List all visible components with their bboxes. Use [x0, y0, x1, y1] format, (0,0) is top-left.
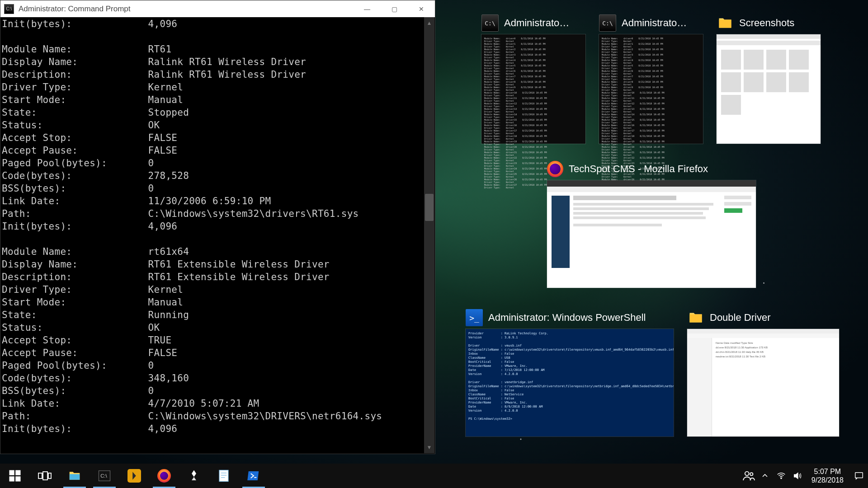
taskview-preview: Provider : RaLink Technology Corp. Versi… [466, 329, 674, 436]
taskview-preview: Name Date modified Type Sizedd.exe 8/21/… [687, 329, 839, 436]
cmd-titlebar[interactable]: C:\ Administrator: Command Prompt — ▢ ✕ [0, 0, 435, 17]
cmd-icon: C:\ [481, 14, 499, 32]
taskview-title: TechSpot CMS - Mozilla Firefox [569, 163, 708, 175]
taskview-preview [717, 34, 821, 144]
svg-point-14 [745, 472, 749, 476]
cmd-window[interactable]: C:\ Administrator: Command Prompt — ▢ ✕ … [0, 0, 435, 454]
taskbar-powershell[interactable] [239, 464, 269, 488]
taskview-thumb-double-driver[interactable]: Double DriverName Date modified Type Siz… [687, 308, 839, 436]
svg-rect-0 [9, 470, 14, 475]
taskview-preview: Module Name: driver0 8/21/2018 10:45 PM … [599, 34, 703, 144]
folder-icon [687, 309, 704, 326]
scroll-track[interactable] [424, 29, 434, 441]
taskview-thumb-administrato[interactable]: C:\Administrato…Module Name: driver0 8/2… [481, 14, 585, 144]
svg-rect-17 [855, 473, 863, 478]
taskview-thumb-administrator-windows-powershell[interactable]: >_Administrator: Windows PowerShellProvi… [466, 308, 674, 436]
wifi-icon[interactable] [774, 464, 789, 488]
taskbar-cmd[interactable]: C:\ [90, 464, 119, 488]
taskview-title: Administrator: Windows PowerShell [488, 312, 646, 324]
svg-rect-10 [219, 470, 228, 482]
taskview-title: Screenshots [739, 17, 794, 29]
svg-point-16 [781, 478, 782, 479]
svg-rect-5 [43, 472, 47, 480]
scroll-thumb[interactable] [425, 194, 434, 221]
svg-rect-3 [15, 476, 20, 481]
taskview-title: Administrato… [622, 17, 687, 29]
scroll-up-arrow[interactable]: ▲ [427, 17, 432, 29]
cmd-icon: C:\ [599, 14, 616, 32]
taskbar[interactable]: C:\ 5:07 PM 9/28/2018 [0, 464, 868, 488]
taskview-title: Administrato… [504, 17, 569, 29]
folder-icon [717, 14, 734, 32]
taskview-thumb-screenshots[interactable]: Screenshots [717, 14, 821, 144]
taskview-thumb-techspot-cms-mozilla-firefox[interactable]: TechSpot CMS - Mozilla Firefox [547, 160, 756, 288]
action-center-icon[interactable] [850, 464, 868, 488]
taskbar-file-explorer[interactable] [60, 464, 90, 488]
ps-icon: >_ [466, 309, 483, 326]
taskbar-task-view[interactable] [30, 464, 60, 488]
maximize-button[interactable]: ▢ [381, 0, 408, 17]
clock-time: 5:07 PM [811, 467, 844, 476]
taskbar-clock[interactable]: 5:07 PM 9/28/2018 [806, 467, 849, 484]
taskbar-start[interactable] [0, 464, 30, 488]
svg-point-15 [750, 473, 753, 475]
cmd-title: Administrator: Command Prompt [19, 5, 354, 14]
svg-rect-4 [38, 473, 42, 479]
taskbar-plex[interactable] [119, 464, 149, 488]
people-icon[interactable] [741, 464, 756, 488]
taskview-title: Double Driver [710, 312, 771, 324]
taskview-thumb-administrato[interactable]: C:\Administrato…Module Name: driver0 8/2… [599, 14, 703, 144]
svg-rect-2 [9, 476, 14, 481]
volume-icon[interactable] [790, 464, 805, 488]
clock-date: 9/28/2018 [811, 476, 844, 484]
taskview-preview: Module Name: driver0 8/21/2018 10:45 PM … [481, 34, 585, 144]
firefox-icon [547, 161, 563, 177]
cmd-scrollbar[interactable]: ▲ ▼ [424, 17, 434, 453]
minimize-button[interactable]: — [354, 0, 381, 17]
taskview-preview [547, 180, 756, 288]
svg-rect-1 [15, 470, 20, 475]
svg-rect-6 [48, 473, 51, 479]
taskbar-notepad[interactable] [209, 464, 239, 488]
cmd-output[interactable]: Init(bytes): 4,096 Module Name: RT61 Dis… [1, 17, 424, 453]
scroll-down-arrow[interactable]: ▼ [427, 441, 432, 453]
chevron-up-icon[interactable] [757, 464, 773, 488]
close-button[interactable]: ✕ [408, 0, 435, 17]
taskbar-app-generic[interactable] [179, 464, 209, 488]
taskbar-firefox[interactable] [149, 464, 179, 488]
svg-text:C:\: C:\ [100, 473, 107, 479]
cmd-icon: C:\ [4, 4, 14, 14]
